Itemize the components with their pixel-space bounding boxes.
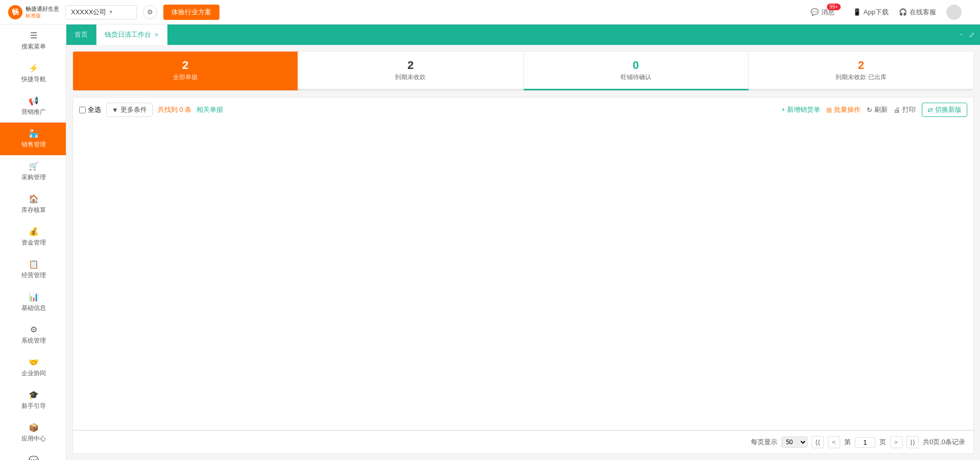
select-all-checkbox[interactable]: 全选 xyxy=(79,105,101,114)
sidebar-item-operations[interactable]: 📋 经营管理 xyxy=(0,253,66,286)
wechat-icon: 💬 xyxy=(29,455,39,460)
sales-icon: 🏪 xyxy=(29,129,39,138)
page-content: 2 全部单据 2 到期未收款 0 旺铺待确认 2 到期未收款 已出库 xyxy=(66,45,980,460)
page-label: 第 xyxy=(844,438,851,447)
sidebar-item-enterprise[interactable]: 🤝 企业协同 xyxy=(0,351,66,384)
app-download-icon: 📱 xyxy=(853,8,861,16)
batch-operation-button[interactable]: ⊞ 批量操作 xyxy=(826,105,861,114)
top-header: 畅 畅捷通好生意 标准版 XXXXX公司 ▼ ⚙ 体验行业方案 💬 消息 99+… xyxy=(0,0,980,25)
sidebar-item-wechat[interactable]: 💬 企业微信 xyxy=(0,449,66,460)
purchase-icon: 🛒 xyxy=(29,161,39,171)
pagination: 每页显示 50 20 100 200 ⟨⟨ ＜ 第 页 ＞ ⟩⟩ 共0页,0条记… xyxy=(72,430,974,454)
page-number-input[interactable] xyxy=(855,437,875,448)
found-unit: 条 xyxy=(185,106,191,113)
sidebar-item-finance[interactable]: 💰 资金管理 xyxy=(0,221,66,253)
sidebar-label-sales: 销售管理 xyxy=(21,140,46,149)
add-sale-order-button[interactable]: + 新增销货单 xyxy=(781,105,820,114)
tab-workbench[interactable]: 钱货日清工作台 ✕ xyxy=(96,25,167,45)
switch-label: 切换新版 xyxy=(935,105,962,114)
select-all-input[interactable] xyxy=(79,107,86,113)
logo-line2: 标准版 xyxy=(26,12,59,19)
batch-icon: ⊞ xyxy=(826,106,832,114)
online-service-icon: 🎧 xyxy=(899,8,907,16)
experience-button[interactable]: 体验行业方案 xyxy=(163,5,219,20)
stat-card-wangpu[interactable]: 0 旺铺待确认 xyxy=(524,52,749,90)
found-prefix: 共找到 xyxy=(158,106,178,113)
filter-button[interactable]: ▼ 更多条件 xyxy=(106,103,153,117)
sidebar-label-operations: 经营管理 xyxy=(21,271,46,280)
company-selector[interactable]: XXXXX公司 ▼ xyxy=(65,5,137,19)
app-download-label: App下载 xyxy=(864,8,889,17)
logo-icon: 畅 xyxy=(8,5,22,19)
sidebar-item-inventory[interactable]: 🏠 库存核算 xyxy=(0,188,66,221)
logo-line1: 畅捷通好生意 xyxy=(26,5,59,12)
sidebar-label-app-center: 应用中心 xyxy=(21,434,46,443)
stat-card-shipped[interactable]: 2 到期未收款 已出库 xyxy=(749,52,973,90)
filter-label: 更多条件 xyxy=(120,105,147,114)
sidebar-item-app-center[interactable]: 📦 应用中心 xyxy=(0,417,66,449)
sidebar-item-sales[interactable]: 🏪 销售管理 xyxy=(0,123,66,155)
tab-close-icon[interactable]: ✕ xyxy=(154,32,159,38)
stat-card-overdue[interactable]: 2 到期未收款 xyxy=(298,52,523,90)
stat-label-shipped: 到期未收款 已出库 xyxy=(759,73,963,82)
quick-nav-icon: ⚡ xyxy=(29,63,39,73)
sidebar-item-marketing[interactable]: 📢 营销推广 xyxy=(0,90,66,123)
sidebar-label-guide: 新手引导 xyxy=(21,402,46,410)
found-text: 共找到 0 条 xyxy=(158,105,191,114)
search-menu-icon: ☰ xyxy=(30,31,37,40)
prev-page-button[interactable]: ＜ xyxy=(828,436,840,448)
refresh-button[interactable]: ↻ 刷新 xyxy=(867,105,888,114)
print-label: 打印 xyxy=(902,105,916,114)
stats-cards: 2 全部单据 2 到期未收款 0 旺铺待确认 2 到期未收款 已出库 xyxy=(72,51,974,91)
header-left: 畅 畅捷通好生意 标准版 XXXXX公司 ▼ ⚙ 体验行业方案 xyxy=(8,5,219,20)
sidebar-item-purchase[interactable]: 🛒 采购管理 xyxy=(0,155,66,188)
next-page-button[interactable]: ＞ xyxy=(890,436,902,448)
message-icon: 💬 xyxy=(811,8,819,16)
sidebar-label-finance: 资金管理 xyxy=(21,238,46,247)
tab-minimize-icon[interactable]: － xyxy=(958,30,965,39)
select-all-label: 全选 xyxy=(88,105,101,114)
sidebar-item-basic-info[interactable]: 📊 基础信息 xyxy=(0,286,66,319)
message-action[interactable]: 💬 消息 99+ xyxy=(811,8,835,17)
main-layout: ☰ 搜索菜单 ⚡ 快捷导航 📢 营销推广 🏪 销售管理 🛒 采购管理 🏠 库存核… xyxy=(0,25,980,460)
total-text: 共0页,0条记录 xyxy=(923,438,965,447)
toolbar-right: + 新增销货单 ⊞ 批量操作 ↻ 刷新 🖨 打印 ⇄ xyxy=(781,103,967,117)
per-page-select[interactable]: 50 20 100 200 xyxy=(781,437,807,448)
tab-home[interactable]: 首页 xyxy=(66,25,96,45)
sidebar-label-purchase: 采购管理 xyxy=(21,173,46,182)
sidebar-item-search[interactable]: ☰ 搜索菜单 xyxy=(0,25,66,57)
tab-bar: 首页 钱货日清工作台 ✕ － ⤢ xyxy=(66,25,980,45)
switch-icon: ⇄ xyxy=(927,106,933,114)
last-page-button[interactable]: ⟩⟩ xyxy=(906,436,919,448)
basic-info-icon: 📊 xyxy=(29,292,39,302)
company-dropdown-arrow: ▼ xyxy=(108,9,113,15)
related-records-link[interactable]: 相关单据 xyxy=(197,105,223,114)
header-right: 💬 消息 99+ 📱 App下载 🎧 在线客服 xyxy=(811,5,972,20)
stat-label-all: 全部单据 xyxy=(83,73,287,82)
company-name: XXXXX公司 xyxy=(71,8,106,17)
inventory-icon: 🏠 xyxy=(29,194,39,204)
online-service-action[interactable]: 🎧 在线客服 xyxy=(899,8,936,17)
sidebar-label-inventory: 库存核算 xyxy=(21,206,46,214)
marketing-icon: 📢 xyxy=(29,96,39,106)
settings-icon: ⚙ xyxy=(147,8,153,16)
stat-card-all[interactable]: 2 全部单据 xyxy=(73,52,298,90)
content-area: 首页 钱货日清工作台 ✕ － ⤢ 2 全部单据 2 到期未收款 xyxy=(66,25,980,460)
avatar[interactable] xyxy=(946,5,962,20)
refresh-label: 刷新 xyxy=(874,105,888,114)
stat-num-all: 2 xyxy=(83,59,287,72)
sidebar-label-quick-nav: 快捷导航 xyxy=(21,75,46,84)
app-download-action[interactable]: 📱 App下载 xyxy=(853,8,889,17)
switch-version-button[interactable]: ⇄ 切换新版 xyxy=(922,103,967,117)
sidebar-label-marketing: 营销推广 xyxy=(21,108,46,116)
sidebar-item-quick-nav[interactable]: ⚡ 快捷导航 xyxy=(0,57,66,90)
first-page-button[interactable]: ⟨⟨ xyxy=(812,436,824,448)
toolbar: 全选 ▼ 更多条件 共找到 0 条 相关单据 + 新增销货单 xyxy=(72,97,974,122)
tab-home-label: 首页 xyxy=(75,30,88,39)
sidebar-item-system[interactable]: ⚙ 系统管理 xyxy=(0,319,66,351)
sidebar-label-enterprise: 企业协同 xyxy=(21,369,46,378)
print-button[interactable]: 🖨 打印 xyxy=(894,105,916,114)
settings-button[interactable]: ⚙ xyxy=(143,5,157,19)
sidebar-item-guide[interactable]: 🎓 新手引导 xyxy=(0,384,66,417)
tab-expand-icon[interactable]: ⤢ xyxy=(969,31,975,39)
